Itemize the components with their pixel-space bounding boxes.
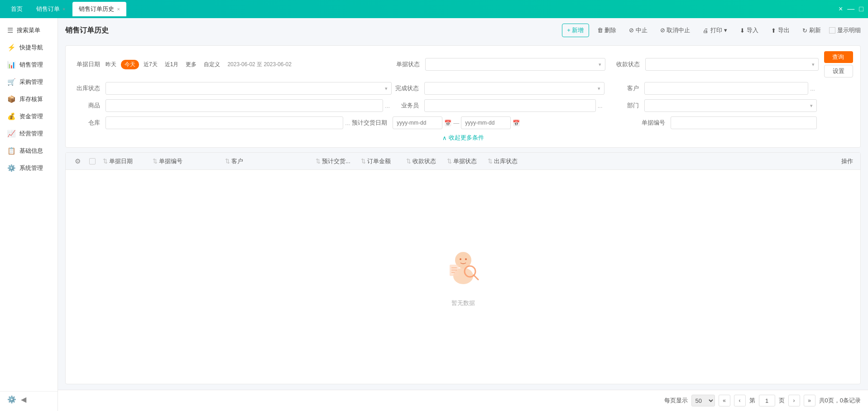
delivery-date-from[interactable] — [393, 116, 442, 129]
empty-text: 暂无数据 — [451, 299, 475, 307]
export-button[interactable]: ⬆ 导出 — [767, 24, 794, 37]
table-container: ⚙ ⇅ 单据日期 ⇅ 单据编号 ⇅ 客户 — [65, 152, 861, 384]
last-page-btn[interactable]: » — [804, 395, 815, 406]
sidebar-item-quicknav[interactable]: ⚡ 快捷导航 — [0, 39, 58, 56]
table-settings-icon[interactable]: ⚙ — [75, 157, 81, 165]
sort-icon-date[interactable]: ⇅ — [103, 158, 108, 164]
close-sales-history-icon[interactable]: × — [117, 6, 120, 12]
date-btn-custom[interactable]: 自定义 — [201, 60, 223, 69]
department-select[interactable]: ▾ — [644, 99, 817, 112]
calendar-to-icon[interactable]: 📅 — [513, 120, 520, 126]
th-action: 操作 — [525, 157, 857, 165]
per-page-select[interactable]: 50 10 20 100 — [691, 395, 715, 406]
delete-button[interactable]: 🗑 删除 — [593, 24, 621, 37]
calendar-from-icon[interactable]: 📅 — [444, 120, 451, 126]
goods-input[interactable] — [106, 99, 383, 112]
date-btn-yesterday[interactable]: 昨天 — [103, 60, 119, 69]
sidebar-item-finance[interactable]: 💰 资金管理 — [0, 108, 58, 125]
display-detail-label[interactable]: 显示明细 — [829, 26, 861, 34]
delivery-date-to[interactable] — [461, 116, 511, 129]
print-button[interactable]: 🖨 🖨 打印 打印 ▾ — [698, 24, 732, 37]
complete-status-select[interactable]: ▾ — [424, 82, 604, 95]
sort-icon-out[interactable]: ⇅ — [488, 158, 493, 164]
th-settings[interactable]: ⚙ — [69, 157, 86, 165]
page-label-prefix: 第 — [749, 396, 755, 405]
warehouse-input[interactable] — [106, 116, 343, 129]
sidebar-item-quicknav-label: 快捷导航 — [19, 44, 43, 52]
payment-status-filter: 收款状态 ▾ — [605, 58, 819, 71]
new-button[interactable]: + 新增 — [562, 24, 589, 37]
date-btn-1month[interactable]: 近1月 — [162, 60, 182, 69]
sort-icon-number[interactable]: ⇅ — [153, 158, 158, 164]
th-check[interactable] — [86, 158, 99, 164]
sort-icon-customer[interactable]: ⇅ — [225, 158, 230, 164]
filter-row-3: 商品 ... 业务员 ... 部门 — [73, 99, 853, 112]
sidebar-gear-icon[interactable]: ⚙️ — [7, 395, 16, 404]
sort-icon-status[interactable]: ⇅ — [447, 158, 452, 164]
close-sales-order-icon[interactable]: × — [62, 6, 65, 12]
tab-sales-order[interactable]: 销售订单 × — [30, 2, 72, 16]
tab-home-label: 首页 — [11, 5, 23, 13]
sidebar-item-operations-label: 经营管理 — [19, 130, 43, 138]
th-delivery: ⇅ 预计交货... — [312, 157, 357, 165]
header-checkbox[interactable] — [89, 158, 96, 164]
page-number-input[interactable] — [759, 395, 775, 406]
sidebar-item-operations[interactable]: 📈 经营管理 — [0, 125, 58, 142]
salesperson-input[interactable] — [424, 99, 596, 112]
date-btn-more[interactable]: 更多 — [183, 60, 199, 69]
department-chevron: ▾ — [810, 103, 813, 109]
maximize-icon[interactable]: □ — [859, 5, 863, 13]
sidebar-item-inventory[interactable]: 📦 库存核算 — [0, 91, 58, 108]
date-btn-today[interactable]: 今天 — [121, 60, 139, 69]
filter-row-2: 出库状态 ▾ 完成状态 ▾ 客户 — [73, 82, 853, 95]
th-out-status: ⇅ 出库状态 — [484, 157, 525, 165]
print-icon: 🖨 — [703, 27, 709, 34]
delivery-date-inputs: 📅 — 📅 — [393, 116, 631, 129]
salesperson-dots[interactable]: ... — [596, 102, 604, 109]
order-status-select[interactable]: ▾ — [425, 58, 606, 71]
warehouse-label: 仓库 — [73, 119, 100, 127]
import-icon: ⬇ — [740, 27, 745, 34]
sort-icon-amount[interactable]: ⇅ — [361, 158, 366, 164]
purchase-icon: 🛒 — [7, 78, 16, 86]
minimize-icon[interactable]: — — [847, 5, 854, 13]
cancel-stop-button[interactable]: ⊘ 取消中止 — [656, 24, 695, 37]
customer-input[interactable] — [644, 82, 809, 95]
tab-home[interactable]: 首页 — [5, 2, 29, 16]
date-btn-7days[interactable]: 近7天 — [141, 60, 160, 69]
sidebar-item-purchase[interactable]: 🛒 采购管理 — [0, 73, 58, 91]
first-page-btn[interactable]: « — [719, 395, 730, 406]
prev-page-btn[interactable]: ‹ — [734, 395, 746, 406]
collapse-link[interactable]: ∧ 收起更多条件 — [73, 134, 853, 142]
display-detail-checkbox[interactable] — [829, 27, 835, 34]
tab-sales-history[interactable]: 销售订单历史 × — [72, 2, 126, 16]
sort-icon-delivery[interactable]: ⇅ — [316, 158, 321, 164]
sidebar-item-basic[interactable]: 📋 基础信息 — [0, 142, 58, 160]
sidebar-collapse-icon[interactable]: ◀ — [21, 395, 26, 404]
stop-button[interactable]: ⊘ 中止 — [624, 24, 652, 37]
th-number-label: 单据编号 — [159, 157, 182, 165]
sidebar-item-finance-label: 资金管理 — [19, 112, 43, 121]
warehouse-dots[interactable]: ... — [343, 120, 352, 126]
sidebar-item-sales[interactable]: 📊 销售管理 — [0, 56, 58, 73]
refresh-button[interactable]: ↻ 刷新 — [798, 24, 825, 37]
next-page-btn[interactable]: › — [788, 395, 800, 406]
settings-button[interactable]: 设置 — [824, 65, 853, 77]
th-customer-label: 客户 — [231, 157, 243, 165]
customer-dots[interactable]: ... — [808, 85, 817, 92]
out-status-select[interactable]: ▾ — [106, 82, 392, 95]
page-label-suffix: 页 — [779, 396, 785, 405]
import-button[interactable]: ⬇ 导入 — [735, 24, 763, 37]
sort-icon-payment[interactable]: ⇅ — [406, 158, 411, 164]
sidebar-item-search[interactable]: ☰ 搜索菜单 — [0, 22, 58, 39]
th-amount-label: 订单金额 — [367, 157, 391, 165]
sidebar-item-system[interactable]: ⚙️ 系统管理 — [0, 160, 58, 177]
order-no-input[interactable] — [671, 116, 817, 129]
sidebar-item-search-label: 搜索菜单 — [17, 26, 40, 34]
query-button[interactable]: 查询 — [824, 51, 853, 63]
salesperson-input-wrap: ... — [424, 99, 604, 112]
goods-dots[interactable]: ... — [383, 102, 392, 109]
sidebar-item-sales-label: 销售管理 — [19, 61, 43, 69]
close-window-icon[interactable]: × — [839, 5, 843, 13]
payment-status-select[interactable]: ▾ — [645, 58, 819, 71]
